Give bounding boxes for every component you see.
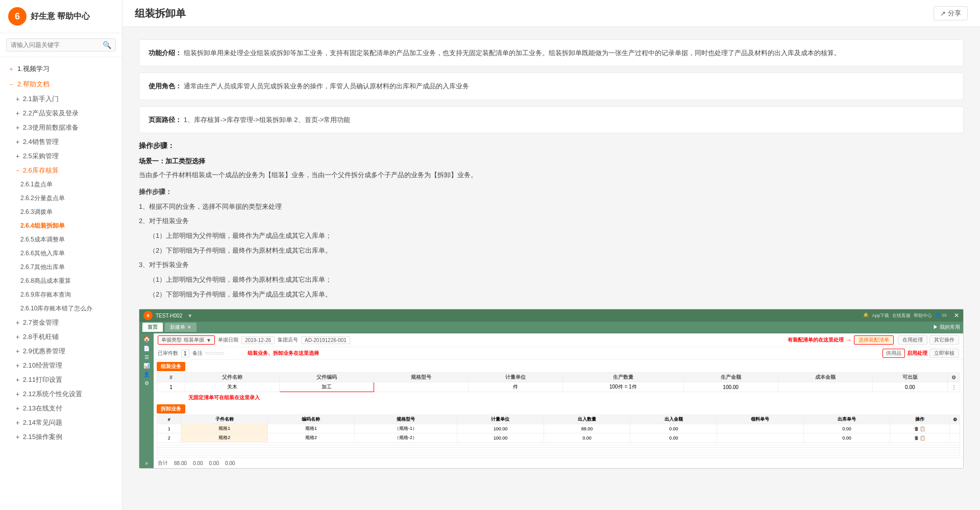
mock-field-id-label: 集团店号 bbox=[278, 336, 298, 344]
mock-tab-new[interactable]: 新建单 ✕ bbox=[165, 323, 197, 332]
mock-icon-list[interactable]: ☰ bbox=[144, 354, 149, 360]
mock-other-btn[interactable]: 其它操作 bbox=[929, 335, 959, 345]
footer-label-1: 合计 bbox=[158, 459, 168, 467]
mock-nav-icon-4: 帮助中心 bbox=[914, 312, 932, 319]
th-parent-code: 父件编码 bbox=[280, 373, 374, 382]
logo-area: 6 好生意 帮助中心 bbox=[0, 0, 122, 33]
td-row1-action[interactable]: ⋮ bbox=[948, 382, 960, 392]
logo-icon: 6 bbox=[8, 7, 27, 26]
sidebar-item-cost-recalc[interactable]: 2.6.8商品成本重算 bbox=[0, 274, 122, 288]
ltd-1-receive bbox=[717, 424, 804, 433]
sidebar-item-inventory-split[interactable]: 2.6.2分量盘点单 bbox=[0, 191, 122, 205]
mock-tab-active[interactable]: 首页 bbox=[142, 323, 163, 332]
mock-left-icons: 🏠 📄 ☰ 📊 👤 ⚙ » bbox=[139, 333, 154, 468]
sidebar-item-inventory-stocktake[interactable]: 2.6.1盘点单 bbox=[0, 178, 122, 191]
sidebar-item-purchase[interactable]: ＋ 2.5采购管理 bbox=[0, 149, 122, 163]
search-input[interactable] bbox=[11, 41, 103, 48]
mock-count-field[interactable]: 1 bbox=[181, 350, 189, 357]
share-button[interactable]: ↗ 分享 bbox=[934, 6, 968, 20]
mock-nav-icon-3: 在线客服 bbox=[892, 312, 911, 319]
annotation-label-4: 启用处理 bbox=[907, 350, 927, 357]
mock-icon-settings[interactable]: ⚙ bbox=[144, 380, 149, 386]
plus-icon: ＋ bbox=[14, 319, 21, 326]
sidebar-item-coupon[interactable]: ＋ 2.9优惠券管理 bbox=[0, 344, 122, 358]
sidebar-item-print[interactable]: ＋ 2.11打印设置 bbox=[0, 373, 122, 387]
nav-group-docs-title[interactable]: － 2.帮助文档 bbox=[0, 77, 122, 92]
sidebar-item-install[interactable]: ＋ 2.2产品安装及登录 bbox=[0, 106, 122, 120]
ltd-2-amt: 0.00 bbox=[630, 433, 717, 443]
mock-close-icon[interactable]: ✕ bbox=[954, 312, 959, 319]
mock-field-id[interactable]: AD-20191226-001 bbox=[301, 336, 350, 344]
th-parent-name: 父件名称 bbox=[185, 373, 279, 382]
ltd-2-out: 0.00 bbox=[803, 433, 890, 443]
intro-label: 功能介绍： bbox=[149, 49, 182, 57]
intro-text: 组装拆卸单用来处理企业组装或拆卸等加工业务，支持有固定装配清单的产品加工业务，也… bbox=[184, 49, 841, 57]
sidebar-item-faq[interactable]: ＋ 2.14常见问题 bbox=[0, 416, 122, 430]
scenario1-desc: 当由多个子件材料组装成一个成品的业务为【组装】业务，当由一个父件拆分成多个子产品… bbox=[139, 169, 964, 182]
mock-upper-section-title: 组装业务 bbox=[157, 362, 185, 371]
mock-icon-expand[interactable]: » bbox=[145, 460, 148, 466]
intro-block: 功能介绍： 组装拆卸单用来处理企业组装或拆卸等加工业务，支持有固定装配清单的产品… bbox=[139, 39, 964, 66]
mock-tab-close[interactable]: ✕ bbox=[187, 325, 191, 330]
sidebar-item-finance[interactable]: ＋ 2.7资金管理 bbox=[0, 315, 122, 330]
sidebar-item-other-out[interactable]: 2.6.7其他出库单 bbox=[0, 260, 122, 274]
nav-group-videos-title[interactable]: ＋ 1.视频学习 bbox=[0, 61, 122, 77]
sidebar-item-cases[interactable]: ＋ 2.15操作案例 bbox=[0, 430, 122, 444]
mock-icon-user[interactable]: 👤 bbox=[143, 372, 150, 377]
nav-tree: ＋ 1.视频学习 － 2.帮助文档 ＋ 2.1新手入门 ＋ 2.2产品安装及登录 bbox=[0, 57, 122, 510]
mock-icon-doc[interactable]: 📄 bbox=[143, 346, 150, 351]
mock-select-bom-btn[interactable]: 选择装配清单 bbox=[854, 335, 894, 345]
step3: 3、对于拆装业务 bbox=[139, 259, 964, 272]
sidebar-item-payment[interactable]: ＋ 2.13在线支付 bbox=[0, 401, 122, 416]
mock-icon-chart[interactable]: 📊 bbox=[143, 363, 150, 369]
mock-supplier-select[interactable]: 供用品 bbox=[883, 349, 905, 358]
mock-icon-home[interactable]: 🏠 bbox=[143, 335, 151, 343]
th-spec: 规格型号 bbox=[374, 373, 469, 382]
sidebar-item-data-prep[interactable]: ＋ 2.3使用前数据准备 bbox=[0, 120, 122, 135]
plus-icon: ＋ bbox=[14, 433, 21, 441]
mock-confirm-btn[interactable]: 立即审核 bbox=[929, 349, 959, 358]
sidebar-item-other-in[interactable]: 2.6.6其他入库单 bbox=[0, 247, 122, 260]
mock-titlebar: 6 TEST-H002 ▼ 🔔 App下载 在线客服 帮助中心 👤 cc ✕ bbox=[139, 309, 963, 322]
mock-annotation-area2: 组装业务、拆卸业务在这里选择 bbox=[248, 350, 319, 357]
lth-out: 出库单号 bbox=[803, 415, 890, 424]
mock-footer-totals: 合计 88.00 0.00 0.00 0.00 bbox=[154, 457, 963, 468]
sidebar-item-personalize[interactable]: ＋ 2.12系统个性化设置 bbox=[0, 387, 122, 401]
ltd-1-action[interactable]: 🗑 📋 bbox=[890, 424, 950, 433]
lth-num: # bbox=[157, 415, 181, 424]
footer-total-3: 0.00 bbox=[209, 460, 219, 466]
search-icon[interactable]: 🔍 bbox=[103, 41, 111, 49]
sidebar-item-ledger-fix[interactable]: 2.6.10库存账本错了怎么办 bbox=[0, 302, 122, 315]
sidebar-item-assembly[interactable]: 2.6.4组装拆卸单 bbox=[0, 219, 122, 233]
sidebar-item-mobile[interactable]: ＋ 2.8手机旺铺 bbox=[0, 330, 122, 344]
td-row1-num: 1 bbox=[157, 382, 185, 392]
th-qty: 生产数量 bbox=[563, 373, 684, 382]
mock-type-select[interactable]: 单据类型 组装单据 ▼ bbox=[158, 335, 215, 345]
role-block: 使用角色： 通常由生产人员或库管人员完成拆装业务的操作，库管人员确认原材料的出库… bbox=[139, 72, 964, 100]
sidebar-item-inventory-transfer[interactable]: 2.6.3调拨单 bbox=[0, 205, 122, 219]
step3-2: （2）下部明细为子件明细，最终作为产成品生成其它入库单。 bbox=[139, 288, 964, 301]
sidebar-item-cost-adjust[interactable]: 2.6.5成本调整单 bbox=[0, 233, 122, 247]
sidebar-item-sales[interactable]: ＋ 2.4销售管理 bbox=[0, 135, 122, 149]
sidebar-item-ledger-query[interactable]: 2.6.9库存账本查询 bbox=[0, 288, 122, 302]
td-row1-name: 关木 bbox=[185, 382, 279, 392]
sidebar-item-inventory[interactable]: － 2.6库存核算 bbox=[0, 163, 122, 178]
mock-upper-table-wrap: # 父件名称 父件编码 规格型号 计量单位 生产数量 生产金额 成本金额 可出版 bbox=[154, 372, 963, 394]
mock-logo: 6 bbox=[143, 311, 153, 320]
plus-icon: ＋ bbox=[14, 333, 21, 341]
mock-nav-icon-2: App下载 bbox=[872, 312, 889, 319]
mock-field-date[interactable]: 2019-12-26 bbox=[241, 336, 275, 344]
step1: 1、根据不同的业务，选择不同单据的类型来处理 bbox=[139, 201, 964, 213]
role-label: 使用角色： bbox=[149, 82, 182, 90]
mock-action-btn[interactable]: 在用处理 bbox=[898, 335, 927, 345]
plus-icon: ＋ bbox=[14, 347, 21, 355]
td-row1-qty: 100件 = 1件 bbox=[563, 382, 684, 392]
ltd-1-expand bbox=[950, 424, 960, 433]
mock-remark-field[interactable] bbox=[206, 352, 224, 354]
ltd-1-spec: （规格-1） bbox=[354, 424, 457, 433]
mock-lower-table: # 子件名称 编码名称 规格型号 计量单位 出入数量 出入金额 领料单号 出库单… bbox=[157, 415, 960, 455]
ltd-2-action[interactable]: 🗑 📋 bbox=[890, 433, 950, 443]
search-area: 🔍 bbox=[0, 33, 122, 57]
sidebar-item-management[interactable]: ＋ 2.10经营管理 bbox=[0, 358, 122, 373]
sidebar-item-new-user[interactable]: ＋ 2.1新手入门 bbox=[0, 92, 122, 106]
